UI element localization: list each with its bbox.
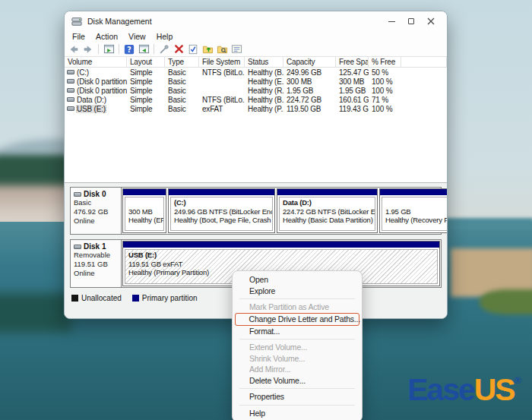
- disk-0-label[interactable]: Disk 0 Basic 476.92 GB Online: [71, 188, 122, 234]
- column-header-volume[interactable]: Volume: [65, 57, 127, 68]
- menu-item-shrink-volume: Shrink Volume...: [233, 353, 362, 365]
- cell-status: Healthy (E...: [245, 77, 283, 86]
- maximize-button[interactable]: [401, 14, 421, 29]
- wallpaper-grass: [480, 289, 532, 314]
- partition-status: Healthy (Boot, Page File, Crash Dum: [174, 216, 269, 225]
- context-menu: Open Explore Mark Partition as Active Ch…: [232, 270, 363, 420]
- volume-name: USB (E:): [77, 105, 106, 113]
- help-icon[interactable]: ?: [123, 43, 135, 55]
- volume-icon: [67, 106, 74, 111]
- cell-type: Basic: [165, 68, 199, 77]
- cell-type: Basic: [165, 96, 199, 104]
- menu-action[interactable]: Action: [96, 32, 118, 41]
- toolbar-separator: [154, 44, 154, 54]
- menu-item-explore[interactable]: Explore: [233, 286, 362, 297]
- back-icon[interactable]: [68, 43, 80, 55]
- cell-filesystem: NTFS (BitLo...: [199, 68, 245, 77]
- cell-freespace: 1.95 GB: [336, 87, 369, 95]
- cell-filesystem: exFAT: [199, 105, 245, 113]
- menu-item-open[interactable]: Open: [233, 274, 362, 286]
- maximize-icon: [408, 18, 414, 24]
- table-row[interactable]: (C:) Simple Basic NTFS (BitLo... Healthy…: [65, 68, 447, 77]
- partition-size: 249.96 GB NTFS (BitLocker Encrypte: [174, 207, 269, 216]
- show-console-tree-icon[interactable]: [103, 43, 115, 55]
- partition-size: 1.95 GB: [385, 207, 448, 216]
- menu-separator: [239, 298, 355, 299]
- disk-0-partitions: 300 MB Healthy (EFI Sy (C:) 249.96 GB NT…: [122, 188, 448, 234]
- minimize-icon: [388, 21, 395, 22]
- disk-1-label[interactable]: Disk 1 Removable 119.51 GB Online: [71, 240, 122, 287]
- cell-layout: Simple: [127, 105, 165, 113]
- close-button[interactable]: [421, 14, 441, 29]
- volume-icon: [67, 70, 74, 74]
- partition-size: 119.51 GB exFAT: [128, 260, 434, 269]
- cell-status: Healthy (B...: [245, 68, 283, 77]
- column-header-layout[interactable]: Layout: [127, 57, 165, 68]
- partition-color-bar: [277, 189, 377, 195]
- cell-status: Healthy (P...: [245, 105, 283, 113]
- toolbar-separator: [119, 44, 119, 54]
- menu-help[interactable]: Help: [157, 32, 173, 41]
- column-header-filesystem[interactable]: File System: [199, 57, 245, 68]
- partition-c[interactable]: (C:) 249.96 GB NTFS (BitLocker Encrypte …: [168, 188, 275, 233]
- cell-type: Basic: [165, 87, 199, 95]
- disk-kind: Basic: [74, 198, 121, 207]
- column-header-freespace[interactable]: Free Spa...: [336, 57, 369, 68]
- table-row[interactable]: (Disk 0 partition 5) Simple Basic Health…: [65, 86, 447, 95]
- column-header-status[interactable]: Status: [245, 57, 283, 68]
- cell-capacity: 300 MB: [283, 77, 336, 86]
- cell-capacity: 1.95 GB: [283, 87, 336, 95]
- volume-list-header: Volume Layout Type File System Status Ca…: [65, 57, 447, 68]
- minimize-button[interactable]: [382, 14, 401, 29]
- cell-freespace: 119.43 GB: [336, 105, 369, 113]
- menu-file[interactable]: File: [72, 32, 85, 41]
- disk-size: 476.92 GB: [74, 207, 121, 216]
- disk-kind: Removable: [74, 251, 121, 260]
- explore-folder-icon[interactable]: [216, 43, 228, 55]
- close-icon: [427, 17, 435, 25]
- show-action-pane-icon[interactable]: [138, 43, 150, 55]
- title-bar[interactable]: Disk Management: [65, 11, 447, 31]
- wallpaper-horizon: [445, 218, 532, 229]
- cell-layout: Simple: [127, 68, 165, 77]
- menu-item-extend-volume: Extend Volume...: [233, 342, 362, 353]
- column-header-capacity[interactable]: Capacity: [283, 57, 336, 68]
- cell-capacity: 119.50 GB: [283, 105, 336, 113]
- partition-efi[interactable]: 300 MB Healthy (EFI Sy: [122, 188, 166, 233]
- legend-label: Unallocated: [81, 294, 122, 302]
- table-row[interactable]: Data (D:) Simple Basic NTFS (BitLo... He…: [65, 95, 447, 104]
- primary-partition-swatch: [132, 295, 139, 302]
- cell-status: Healthy (R...: [245, 87, 283, 95]
- table-row[interactable]: (Disk 0 partition 1) Simple Basic Health…: [65, 77, 447, 86]
- menu-view[interactable]: View: [128, 32, 146, 41]
- column-header-pctfree[interactable]: % Free: [369, 57, 401, 68]
- disk-status: Online: [74, 216, 121, 226]
- cell-type: Basic: [165, 105, 199, 113]
- partition-name: Data (D:): [283, 198, 372, 207]
- disk-icon: [74, 192, 81, 197]
- column-header-type[interactable]: Type: [165, 57, 199, 68]
- volume-name: (Disk 0 partition 5): [77, 87, 127, 95]
- open-folder-icon[interactable]: [201, 43, 214, 55]
- disk-name: Disk 1: [84, 242, 106, 251]
- menu-separator: [239, 405, 355, 406]
- disk-name: Disk 0: [84, 190, 106, 198]
- forward-icon[interactable]: [82, 43, 94, 55]
- menu-item-change-drive-letter[interactable]: Change Drive Letter and Paths...: [235, 313, 359, 326]
- partition-size: 300 MB: [128, 207, 160, 216]
- menu-item-properties[interactable]: Properties: [233, 391, 362, 403]
- properties-icon[interactable]: [230, 43, 242, 55]
- partition-color-bar: [123, 242, 439, 248]
- partition-name: [128, 198, 160, 207]
- menu-item-delete-volume[interactable]: Delete Volume...: [233, 375, 362, 387]
- partition-recovery[interactable]: 1.95 GB Healthy (Recovery Pa: [379, 188, 448, 233]
- partition-size: 224.72 GB NTFS (BitLocker Encrypte: [283, 207, 372, 216]
- menu-item-help[interactable]: Help: [233, 408, 362, 419]
- partition-data-d[interactable]: Data (D:) 224.72 GB NTFS (BitLocker Encr…: [277, 188, 378, 233]
- commit-icon[interactable]: [187, 43, 199, 55]
- delete-icon[interactable]: [173, 43, 185, 55]
- cell-pctfree: 100 %: [369, 105, 401, 113]
- rescan-icon[interactable]: [158, 43, 170, 55]
- table-row-selected[interactable]: USB (E:) Simple Basic exFAT Healthy (P..…: [65, 104, 447, 113]
- menu-item-format[interactable]: Format...: [233, 326, 362, 337]
